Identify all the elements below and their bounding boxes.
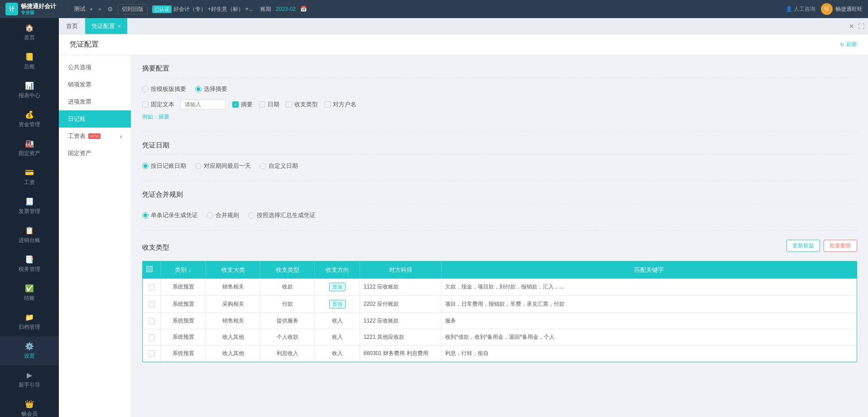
sidebar-item-checkout[interactable]: ✅ 结账 — [0, 279, 59, 308]
th-big-type: 收支大类 — [206, 261, 260, 279]
table-row: 系统预置 销售相关 收款 置顶 1122 应收账款 欠款，现金，项目款，到付款，… — [143, 279, 857, 296]
topbar-dropdown-arrow[interactable]: ▾ — [90, 7, 92, 12]
radio-summary-gen[interactable]: 按照选择汇总生成凭证 — [248, 211, 316, 219]
period-calendar-icon[interactable]: 📅 — [300, 6, 307, 12]
refresh-btn[interactable]: ↻ 刷新 — [840, 41, 857, 48]
td-checkbox-2[interactable] — [143, 296, 161, 313]
checkbox-date[interactable]: 日期 — [259, 100, 279, 109]
user-profile: 旺 畅捷通旺旺 — [821, 3, 863, 15]
topbar-divider — [69, 5, 69, 14]
td-direction-1: 置顶 — [315, 279, 360, 295]
tab-voucher-config[interactable]: 凭证配置 × — [85, 18, 127, 34]
sidebar-item-invoice[interactable]: 🧾 发票管理 — [0, 192, 59, 221]
radio-single[interactable]: 单条记录生成凭证 — [142, 211, 198, 219]
radio-merge[interactable]: 合并规则 — [207, 211, 239, 219]
topbar-switch-btn[interactable]: 切到旧版 — [118, 4, 148, 14]
left-nav-purchase-invoice[interactable]: 进项发票 — [59, 93, 131, 110]
th-checkbox[interactable] — [143, 261, 161, 279]
summary-config-title: 摘要配置 — [142, 64, 857, 78]
td-checkbox-4[interactable] — [143, 329, 161, 345]
report-icon: 📊 — [25, 81, 34, 90]
top-badge-1[interactable]: 置顶 — [329, 283, 345, 291]
tab-close-btn[interactable]: × — [118, 23, 121, 29]
page-header: 凭证配置 ↻ 刷新 — [59, 34, 868, 55]
sidebar-item-sales[interactable]: 📋 进销台账 — [0, 221, 59, 250]
checkbox-fixed-text[interactable]: 固定文本 — [142, 100, 174, 109]
radio-circle-period-last — [195, 163, 201, 169]
td-big-type-5: 收入其他 — [206, 346, 260, 361]
radio-period-last[interactable]: 对应期间最后一天 — [195, 162, 251, 170]
th-subject: 对方科目 — [360, 261, 441, 279]
td-checkbox-3[interactable] — [143, 313, 161, 329]
radio-custom-date[interactable]: 自定义日期 — [260, 162, 298, 170]
topbar-add-btn[interactable]: ＋ — [97, 5, 103, 13]
td-big-type-1: 销售相关 — [206, 279, 260, 295]
left-nav-sales-invoice[interactable]: 销项发票 — [59, 76, 131, 93]
radio-select-summary[interactable]: 选择摘要 — [195, 85, 227, 93]
td-type-3: 提供服务 — [260, 313, 315, 329]
table-row: 系统预置 收入其他 利息收入 收入 660301 财务费用 利息费用 利息，行转… — [143, 346, 857, 362]
radio-merge-label: 合并规则 — [216, 211, 239, 219]
td-subject-2: 2202 应付账款 — [360, 296, 441, 313]
topbar-gear-icon[interactable]: ⚙ — [107, 5, 113, 13]
sidebar-item-home[interactable]: 🏠 首页 — [0, 18, 59, 47]
tab-home[interactable]: 首页 — [59, 18, 85, 34]
td-checkbox-5[interactable] — [143, 346, 161, 361]
radio-circle-select — [195, 86, 201, 92]
income-expense-title: 收支类型 — [142, 243, 169, 252]
tab-close-window-icon[interactable]: ✕ — [849, 23, 854, 30]
sidebar-item-archive[interactable]: 📁 归档管理 — [0, 308, 59, 336]
sidebar-item-salary[interactable]: 💳 工资 — [0, 163, 59, 192]
top-badge-2[interactable]: 置顶 — [329, 300, 345, 308]
logo-icon: 计 — [5, 3, 18, 15]
left-nav-diary-label: 日记账 — [68, 115, 86, 123]
table-row: 系统预置 采购相关 付款 置顶 2202 应付账款 项目，日常费用，报销款，车费… — [143, 296, 857, 313]
voucher-date-radio-group: 按日记账日期 对应期间最后一天 自定义日期 — [142, 162, 857, 170]
sidebar-item-ledger[interactable]: 📒 总账 — [0, 47, 59, 76]
tag-good-business: +好生意（标） — [208, 5, 244, 13]
checkbox-summary[interactable]: ✓ 摘要 — [232, 100, 253, 109]
sidebar-item-settings[interactable]: ⚙️ 设置 — [0, 336, 59, 365]
income-expense-section: 收支类型 更新权益 批量删除 类别 ↓ 收支大类 — [142, 240, 857, 362]
summary-checkbox-group: 固定文本 ✓ 摘要 日期 收支类型 — [142, 100, 857, 109]
checkbox-counterparty[interactable]: 对方户名 — [324, 100, 356, 109]
tab-maximize-icon[interactable]: ⛶ — [858, 23, 864, 30]
update-btn[interactable]: 更新权益 — [786, 240, 820, 252]
radio-template-summary[interactable]: 按模板版摘要 — [142, 85, 186, 93]
left-nav-diary[interactable]: 日记账 — [59, 110, 131, 128]
left-nav-salary-sheet[interactable]: 工资表 NEW › — [59, 128, 131, 145]
page-title: 凭证配置 — [70, 40, 99, 49]
left-nav-public[interactable]: 公共选项 — [59, 59, 131, 76]
checkbox-box-counterparty — [324, 101, 331, 108]
divider-1 — [142, 132, 857, 132]
sidebar-item-tax[interactable]: 📑 税务管理 — [0, 250, 59, 279]
batch-delete-btn[interactable]: 批量删除 — [824, 240, 857, 252]
fixed-text-input[interactable] — [181, 100, 226, 109]
radio-period-last-label: 对应期间最后一天 — [204, 162, 251, 170]
radio-diary-date[interactable]: 按日记账日期 — [142, 162, 186, 170]
main-content: 摘要配置 按模板版摘要 选择摘要 — [131, 55, 868, 417]
sidebar-item-guide[interactable]: ▶ 新手引导 — [0, 365, 59, 394]
td-subject-3: 1122 应收账款 — [360, 313, 441, 329]
content-area: 首页 凭证配置 × ✕ ⛶ 凭证配置 ↻ 刷新 公共选项 — [59, 18, 868, 417]
td-category-1: 系统预置 — [161, 279, 206, 295]
checkbox-type[interactable]: 收支类型 — [286, 100, 318, 109]
sidebar-item-report[interactable]: 📊 报表中心 — [0, 76, 59, 105]
user-name: 畅捷通旺旺 — [835, 5, 863, 13]
left-nav-sales-invoice-label: 销项发票 — [68, 81, 91, 89]
sidebar-item-asset[interactable]: 🏭 固定资产 — [0, 134, 59, 163]
radio-circle-template — [142, 86, 149, 92]
left-nav-fixed-asset[interactable]: 固定资产 — [59, 145, 131, 162]
checkbox-counterparty-label: 对方户名 — [333, 100, 356, 109]
sidebar-item-label-tax: 税务管理 — [19, 265, 40, 273]
sidebar-item-member[interactable]: 👑 畅会员 — [0, 394, 59, 417]
sidebar: 🏠 首页 📒 总账 📊 报表中心 💰 资金管理 🏭 固定资产 💳 工资 🧾 发票… — [0, 18, 59, 417]
consult-btn[interactable]: 👤 人工咨询 — [786, 5, 815, 13]
td-checkbox-1[interactable] — [143, 279, 161, 295]
td-direction-2: 置顶 — [315, 296, 360, 313]
td-keywords-2: 项目，日常费用，报销款，车费，承兑汇票，付款 — [441, 296, 857, 313]
td-subject-1: 1122 应收账款 — [360, 279, 441, 295]
sidebar-item-label-sales: 进销台账 — [19, 237, 40, 244]
left-nav-purchase-invoice-label: 进项发票 — [68, 98, 91, 106]
sidebar-item-fund[interactable]: 💰 资金管理 — [0, 105, 59, 134]
